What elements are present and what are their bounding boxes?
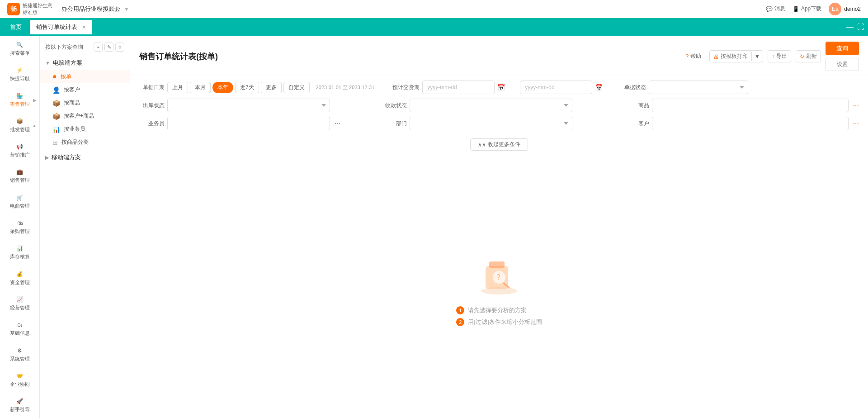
department-label: 部门 (382, 120, 407, 128)
scheme-by-category[interactable]: ⊞ 按商品分类 (40, 136, 130, 149)
print-dropdown-button[interactable]: ▼ (752, 52, 763, 62)
add-scheme-button[interactable]: + (94, 43, 103, 52)
scheme-by-customer[interactable]: 👤 按客户 (40, 83, 130, 96)
date-btn-this-year[interactable]: 本年 (212, 82, 233, 93)
expected-date-group: 预计交货期 📅 — 📅 (392, 81, 603, 94)
dropdown-arrow-icon[interactable]: ▼ (124, 6, 129, 12)
date-filter-group: 单据日期 上月 本月 本年 近7天 更多 自定义 2023-01-01 至 20… (139, 82, 374, 93)
sidebar-item-system[interactable]: ⚙ 系统管理 (0, 342, 39, 367)
avatar: Ea (829, 3, 841, 15)
sidebar-item-enterprise[interactable]: 🤝 企业协同 (0, 367, 39, 393)
by-product-icon: 📦 (52, 100, 60, 107)
product-more-icon[interactable]: ··· (853, 101, 859, 109)
tab-sales-order[interactable]: 销售订单统计表 ✕ (30, 20, 92, 34)
sidebar-item-newbie[interactable]: 🚀 新手引导 (0, 393, 39, 418)
pc-scheme-section: ▼ 电脑端方案 ● 按单 👤 按客户 📦 按商品 📦 按客户+商品 (40, 55, 130, 150)
date-btn-last-7days[interactable]: 近7天 (235, 82, 259, 93)
basic-icon: 🗂 (17, 322, 23, 328)
sidebar-item-inventory[interactable]: 📊 库存核算 (0, 240, 39, 265)
logo-area: 畅 畅捷通好生意 标准版 (7, 2, 52, 15)
order-status-group: 单据状态 (621, 81, 748, 94)
sidebar-item-sales[interactable]: 💼 销售管理 (0, 163, 39, 189)
date-btn-more[interactable]: 更多 (261, 82, 282, 93)
collapse-panel-button[interactable]: « (115, 43, 124, 52)
product-input[interactable] (652, 99, 849, 112)
customer-input[interactable] (652, 117, 849, 130)
payment-status-select[interactable] (410, 99, 572, 112)
help-button[interactable]: ? 帮助 (682, 51, 705, 62)
filter-row-1: 单据日期 上月 本月 本年 近7天 更多 自定义 2023-01-01 至 20… (139, 81, 859, 94)
order-status-select[interactable] (649, 81, 748, 94)
expected-date-calendar-icon[interactable]: 📅 (497, 84, 505, 91)
salesperson-more-icon[interactable]: ··· (335, 119, 340, 128)
scheme-by-cust-prod[interactable]: 📦 按客户+商品 (40, 109, 130, 123)
tab-close-icon[interactable]: ✕ (82, 24, 86, 30)
expected-date-to-input[interactable] (520, 81, 592, 94)
app-download-button[interactable]: 📱 App下载 (793, 5, 821, 13)
delivery-status-select[interactable] (167, 99, 330, 112)
sidebar-item-operations[interactable]: 📈 经营管理 (0, 291, 39, 316)
mobile-section-header[interactable]: ▶ 移动端方案 (40, 151, 130, 164)
by-order-icon: ● (52, 72, 57, 81)
expected-date-from-input[interactable] (422, 81, 495, 94)
sales-order-tab-label: 销售订单统计表 (36, 23, 77, 31)
print-dropdown-arrow-icon: ▼ (755, 53, 760, 60)
message-icon: 💬 (766, 6, 773, 12)
sidebar-search[interactable]: 🔍 搜索菜单 (0, 36, 39, 62)
retail-icon: 🏪 (16, 93, 23, 99)
ecommerce-icon: 🛒 (16, 195, 23, 201)
enterprise-icon: 🤝 (16, 373, 23, 379)
mobile-section-label: 移动端方案 (52, 153, 81, 162)
scheme-by-order[interactable]: ● 按单 (40, 70, 130, 83)
scheme-by-product[interactable]: 📦 按商品 (40, 96, 130, 109)
tab-minimize-icon[interactable]: — (846, 23, 854, 31)
settings-button[interactable]: 设置 (826, 58, 859, 71)
query-button[interactable]: 查询 (826, 42, 859, 55)
expected-date-calendar-icon2[interactable]: 📅 (595, 84, 603, 91)
sidebar: 🔍 搜索菜单 ⚡ 快捷导航 🏪 零售管理 ▶ 📦 批发管理 ▲ 📢 营销推广 💼… (0, 36, 40, 418)
by-cust-prod-icon: 📦 (52, 113, 60, 120)
sidebar-item-finance[interactable]: 💰 资金管理 (0, 266, 39, 291)
tip-number-1: 1 (456, 306, 464, 314)
top-bar: 畅 畅捷通好生意 标准版 办公用品行业模拟账套 ▼ 💬 消息 📱 App下载 E… (0, 0, 868, 18)
sidebar-item-marketing[interactable]: 📢 营销推广 (0, 138, 39, 163)
sidebar-item-wholesale[interactable]: 📦 批发管理 ▲ (0, 113, 39, 138)
sidebar-item-basic[interactable]: 🗂 基础信息 (0, 316, 39, 342)
date-btn-this-month[interactable]: 本月 (190, 82, 211, 93)
date-range-text: 2023-01-01 至 2023-12-31 (316, 84, 375, 91)
left-panel: 按以下方案查询 + ✎ « ▼ 电脑端方案 ● 按单 👤 (40, 36, 130, 418)
sidebar-item-retail[interactable]: 🏪 零售管理 ▶ (0, 87, 39, 113)
main-layout: 🔍 搜索菜单 ⚡ 快捷导航 🏪 零售管理 ▶ 📦 批发管理 ▲ 📢 营销推广 💼… (0, 36, 868, 418)
refresh-button[interactable]: ↻ 刷新 (796, 50, 821, 62)
sidebar-item-ecommerce[interactable]: 🛒 电商管理 (0, 189, 39, 214)
user-area[interactable]: Ea demo2 (829, 3, 861, 15)
order-status-label: 单据状态 (621, 84, 646, 91)
sidebar-item-purchase[interactable]: 🛍 采购管理 (0, 214, 39, 240)
tab-maximize-icon[interactable]: ⛶ (857, 23, 864, 31)
filter-section: 单据日期 上月 本月 本年 近7天 更多 自定义 2023-01-01 至 20… (130, 75, 868, 160)
salesperson-input[interactable] (167, 117, 330, 130)
date-btn-custom[interactable]: 自定义 (283, 82, 310, 93)
marketing-icon: 📢 (16, 143, 23, 150)
customer-group: 客户 ··· (624, 117, 859, 130)
collapse-button[interactable]: ∧∧ 收起更多条件 (470, 138, 528, 151)
sales-icon: 💼 (16, 169, 23, 175)
pc-section-header[interactable]: ▼ 电脑端方案 (40, 56, 130, 70)
help-icon: ? (685, 53, 689, 60)
customer-more-icon[interactable]: ··· (853, 119, 859, 128)
export-button[interactable]: ↑ 导出 (768, 50, 791, 62)
department-select[interactable] (410, 117, 572, 130)
sidebar-item-quick-nav[interactable]: ⚡ 快捷导航 (0, 62, 39, 87)
print-icon: 🖨 (713, 53, 719, 60)
date-buttons: 上月 本月 本年 近7天 更多 自定义 (167, 82, 310, 93)
empty-state: ? 1 请先选择要分析的方案 2 用[过滤]条件来缩小分析范围 (130, 160, 868, 418)
logo-icon: 畅 (7, 3, 20, 15)
scheme-by-salesperson[interactable]: 📊 按业务员 (40, 123, 130, 136)
edit-scheme-button[interactable]: ✎ (104, 43, 113, 52)
tab-home[interactable]: 首页 (4, 20, 28, 34)
message-button[interactable]: 💬 消息 (766, 5, 785, 13)
department-group: 部门 (382, 117, 617, 130)
date-btn-last-month[interactable]: 上月 (167, 82, 188, 93)
left-panel-header: 按以下方案查询 + ✎ « (40, 40, 130, 55)
print-button[interactable]: 🖨 按模板打印 (710, 51, 751, 62)
